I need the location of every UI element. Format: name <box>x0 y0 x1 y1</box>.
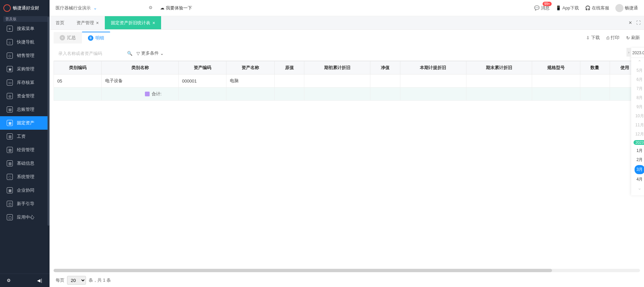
month-item[interactable]: 6月 <box>631 75 644 84</box>
month-item[interactable]: 10月 <box>631 111 644 121</box>
more-conditions-button[interactable]: ▽ 更多条件 ⌄ <box>136 50 164 56</box>
month-item[interactable]: 8月 <box>631 93 644 102</box>
sidebar-item-11[interactable]: ◌系统管理 <box>0 170 50 184</box>
table-cell: 000001 <box>179 74 226 88</box>
sidebar-item-2[interactable]: ◇销售管理 <box>0 49 50 62</box>
table-row[interactable]: 05电子设备000001电脑 <box>54 74 640 88</box>
scrollbar-thumb[interactable] <box>54 269 552 272</box>
month-item[interactable]: 12月 <box>631 130 644 139</box>
period-down-icon[interactable]: ⌄ <box>631 184 644 192</box>
avatar <box>615 4 623 12</box>
period-up-icon[interactable]: ⌃ <box>631 58 644 66</box>
close-icon[interactable]: × <box>96 20 99 26</box>
table-header[interactable]: 数量 <box>580 61 610 74</box>
table-header[interactable]: 本期计提折旧 <box>400 61 466 74</box>
nav-label: 销售管理 <box>17 53 34 59</box>
page-size-select[interactable]: 20 <box>67 276 86 285</box>
table-cell <box>532 74 580 88</box>
sidebar-item-14[interactable]: ▢应用中心 <box>0 211 50 224</box>
org-selector[interactable]: 医疗器械行业演示 ⌄ <box>56 5 143 11</box>
month-item[interactable]: 5月 <box>631 66 644 75</box>
list-icon: ≣ <box>88 35 93 41</box>
view-tab-summary[interactable]: ≡ 汇总 <box>54 32 82 43</box>
fullscreen-icon[interactable]: ⛶ <box>636 20 641 25</box>
search-icon[interactable]: 🔍 <box>127 51 132 56</box>
sidebar-item-12[interactable]: ▩企业协同 <box>0 184 50 197</box>
nav-label: 经营管理 <box>17 147 34 153</box>
table-cell: 05 <box>54 74 102 88</box>
table-cell <box>580 74 610 88</box>
tab-label: 资产管理 <box>76 20 94 26</box>
message-button[interactable]: 💬 消息 99+ <box>534 5 550 11</box>
table-header[interactable]: 期末累计折旧 <box>466 61 532 74</box>
table-cell <box>400 74 466 88</box>
chat-icon: 💬 <box>534 5 540 10</box>
table-header[interactable]: 资产编码 <box>179 61 226 74</box>
sidebar-item-10[interactable]: ▨基础信息 <box>0 157 50 170</box>
gear-icon[interactable]: ⚙ <box>149 5 155 11</box>
sidebar-item-3[interactable]: ▣采购管理 <box>0 62 50 76</box>
collapse-icon[interactable]: ◀∣ <box>37 278 43 283</box>
month-item[interactable]: 9月 <box>631 102 644 111</box>
table-cell: 电子设备 <box>102 74 179 88</box>
filter-row: 🔍 ▽ 更多条件 ⌄ <box>54 46 640 61</box>
month-item[interactable]: 1月 <box>631 146 644 155</box>
table-wrap[interactable]: 类别编码类别名称资产编码资产名称原值期初累计折旧净值本期计提折旧期末累计折旧规格… <box>54 61 640 267</box>
nav-icon: ◇ <box>7 53 13 59</box>
sidebar-item-6[interactable]: ▤总账管理 <box>0 103 50 116</box>
sidebar-item-0[interactable]: ≡搜索菜单 <box>0 22 50 35</box>
phone-icon: 📱 <box>556 5 561 10</box>
nav-label: 库存核算 <box>17 79 34 86</box>
table-body: 05电子设备000001电脑合计: <box>54 74 640 101</box>
table-cell: 电脑 <box>226 74 274 88</box>
month-item[interactable]: 7月 <box>631 84 644 93</box>
edition-badge: 普及版 <box>3 16 50 22</box>
close-all-icon[interactable]: ✕ <box>628 20 632 25</box>
table-header[interactable]: 净值 <box>370 61 400 74</box>
sidebar-item-1[interactable]: ⌂快捷导航 <box>0 35 50 49</box>
nav-icon: ▩ <box>7 187 13 193</box>
sidebar-item-4[interactable]: ▭库存核算 <box>0 76 50 89</box>
app-download-label: App下载 <box>562 5 579 11</box>
table-header[interactable]: 原值 <box>274 61 304 74</box>
table-header[interactable]: 期初累计折旧 <box>304 61 370 74</box>
print-label: 打印 <box>611 35 619 41</box>
user-menu[interactable]: 畅捷通 <box>615 4 638 12</box>
refresh-button[interactable]: ↻ 刷新 <box>626 35 640 41</box>
nav-icon: ⌂ <box>7 39 13 45</box>
lock-icon <box>145 92 150 96</box>
table-header[interactable]: 类别编码 <box>54 61 102 74</box>
support-button[interactable]: 🎧 在线客服 <box>585 5 609 11</box>
table-cell <box>304 74 370 88</box>
month-item[interactable]: 11月 <box>631 121 644 130</box>
tab-0[interactable]: 首页 <box>50 16 70 29</box>
download-button[interactable]: ⇩ 下载 <box>586 35 600 41</box>
month-item[interactable]: 3月 <box>635 165 644 174</box>
period-collapse-handle[interactable]: › <box>626 48 631 57</box>
download-label: 下载 <box>591 35 600 41</box>
sidebar-item-9[interactable]: ▧经营管理 <box>0 143 50 157</box>
sidebar-item-5[interactable]: ◎资金管理 <box>0 89 50 103</box>
topbar: 医疗器械行业演示 ⌄ ⚙ ☁ 我要体验一下 💬 消息 99+ 📱 App下载 <box>50 0 644 16</box>
table-header[interactable]: 规格型号 <box>532 61 580 74</box>
view-tab-detail[interactable]: ≣ 明细 <box>82 32 110 44</box>
sidebar-item-13[interactable]: ◫新手引导 <box>0 197 50 211</box>
sidebar-item-7[interactable]: ▦固定资产 <box>0 116 50 130</box>
print-button[interactable]: ⎙ 打印 <box>607 35 619 41</box>
table-header[interactable]: 类别名称 <box>102 61 179 74</box>
horizontal-scrollbar[interactable] <box>54 269 640 272</box>
month-item[interactable]: 2月 <box>631 155 644 164</box>
table-cell <box>466 74 532 88</box>
sidebar-item-8[interactable]: ▥工资 <box>0 130 50 143</box>
app-download-button[interactable]: 📱 App下载 <box>556 5 579 11</box>
tab-2[interactable]: 固定资产折旧统计表× <box>105 16 161 29</box>
month-item[interactable]: 4月 <box>631 175 644 184</box>
gear-icon[interactable]: ⚙ <box>7 278 11 283</box>
nav-icon: ▣ <box>7 66 13 72</box>
nav-label: 新手引导 <box>17 201 34 207</box>
tab-1[interactable]: 资产管理× <box>70 16 105 29</box>
search-input[interactable] <box>56 48 123 58</box>
close-icon[interactable]: × <box>152 20 155 26</box>
table-header[interactable]: 资产名称 <box>226 61 274 74</box>
try-button[interactable]: ☁ 我要体验一下 <box>160 5 192 11</box>
